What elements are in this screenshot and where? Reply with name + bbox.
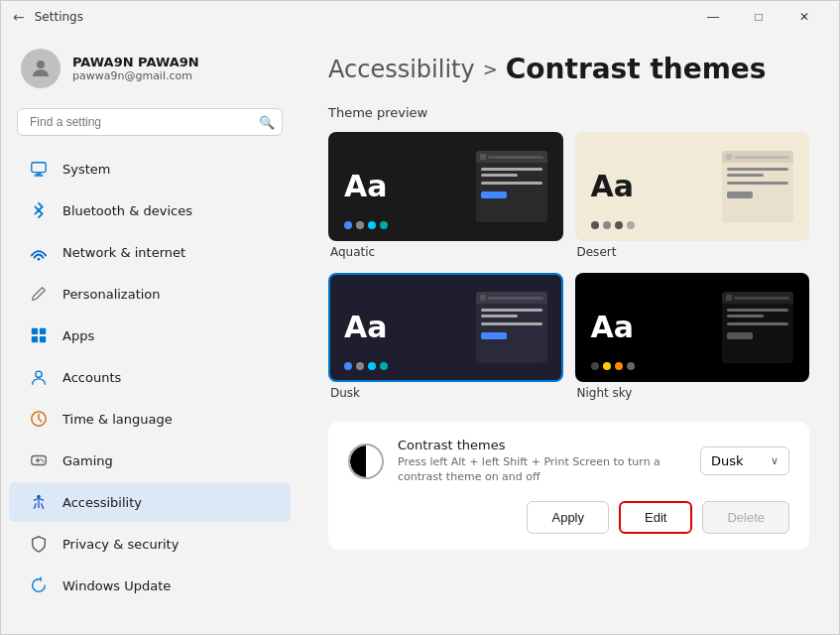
sidebar-item-time[interactable]: Time & language <box>9 399 291 439</box>
gaming-icon <box>29 450 49 470</box>
sidebar-item-label-system: System <box>62 162 110 177</box>
svg-rect-6 <box>40 328 46 334</box>
chevron-down-icon: ∨ <box>771 454 779 467</box>
search-input[interactable] <box>17 108 283 136</box>
theme-night-sky-label: Night sky <box>575 382 810 402</box>
svg-rect-8 <box>40 336 46 342</box>
search-icon: 🔍 <box>259 115 275 130</box>
svg-rect-3 <box>35 175 44 176</box>
system-icon <box>29 159 49 179</box>
theme-aquatic-mock <box>476 151 547 222</box>
sidebar-item-privacy[interactable]: Privacy & security <box>9 524 291 564</box>
breadcrumb-current: Contrast themes <box>506 53 767 85</box>
content-area: PAWA9N PAWA9N pawwa9n@gmail.com 🔍 System <box>1 33 839 634</box>
contrast-title: Contrast themes <box>398 438 686 452</box>
svg-point-12 <box>41 458 43 460</box>
delete-button[interactable]: Delete <box>702 501 789 534</box>
sidebar-item-label-network: Network & internet <box>62 245 185 260</box>
sidebar-item-apps[interactable]: Apps <box>9 316 291 355</box>
sidebar-item-bluetooth[interactable]: Bluetooth & devices <box>9 190 291 230</box>
privacy-icon <box>29 534 49 554</box>
close-button[interactable]: ✕ <box>781 1 827 33</box>
dropdown-value: Dusk <box>711 453 744 468</box>
theme-card-night-sky[interactable]: Aa <box>575 273 810 402</box>
theme-aquatic-aa: Aa <box>344 172 387 201</box>
accessibility-icon <box>29 492 49 512</box>
sidebar-item-personalization[interactable]: Personalization <box>9 274 291 314</box>
theme-preview-label: Theme preview <box>328 105 809 120</box>
sidebar-item-label-accessibility: Accessibility <box>62 495 142 510</box>
theme-desert-aa: Aa <box>591 172 634 201</box>
theme-card-aquatic[interactable]: Aa <box>328 132 563 261</box>
breadcrumb-arrow: > <box>483 59 498 79</box>
personalization-icon <box>29 284 49 304</box>
theme-night-sky-aa: Aa <box>591 313 634 342</box>
sidebar-item-label-time: Time & language <box>62 412 173 427</box>
title-bar: ← Settings — □ ✕ <box>1 1 839 33</box>
theme-card-dusk[interactable]: Aa <box>328 273 563 402</box>
sidebar: PAWA9N PAWA9N pawwa9n@gmail.com 🔍 System <box>1 33 299 634</box>
bluetooth-icon <box>29 200 49 220</box>
contrast-text: Contrast themes Press left Alt + left Sh… <box>398 438 686 485</box>
action-buttons: Apply Edit Delete <box>348 501 789 534</box>
breadcrumb-parent[interactable]: Accessibility <box>328 56 475 83</box>
avatar <box>21 49 60 88</box>
sidebar-item-system[interactable]: System <box>9 149 291 189</box>
theme-dusk-label: Dusk <box>328 382 563 402</box>
search-box: 🔍 <box>17 108 283 136</box>
edit-button[interactable]: Edit <box>619 501 692 534</box>
sidebar-item-label-accounts: Accounts <box>62 370 121 385</box>
sidebar-item-label-privacy: Privacy & security <box>62 537 179 552</box>
svg-rect-1 <box>32 163 46 173</box>
breadcrumb: Accessibility > Contrast themes <box>328 53 809 85</box>
user-email: pawwa9n@gmail.com <box>72 69 199 82</box>
network-icon <box>29 242 49 262</box>
sidebar-item-gaming[interactable]: Gaming <box>9 441 291 480</box>
svg-rect-2 <box>36 174 41 176</box>
theme-aquatic-label: Aquatic <box>328 241 563 261</box>
theme-desert-label: Desert <box>575 241 810 261</box>
theme-night-sky-mock <box>722 292 793 363</box>
svg-rect-5 <box>32 328 38 334</box>
user-info: PAWA9N PAWA9N pawwa9n@gmail.com <box>72 55 199 82</box>
sidebar-item-accounts[interactable]: Accounts <box>9 357 291 397</box>
sidebar-item-label-apps: Apps <box>62 328 94 343</box>
sidebar-item-label-personalization: Personalization <box>62 287 161 302</box>
apply-button[interactable]: Apply <box>527 501 609 534</box>
svg-point-9 <box>36 371 42 377</box>
back-icon[interactable]: ← <box>13 9 25 25</box>
svg-rect-7 <box>32 336 38 342</box>
window-title: Settings <box>35 10 83 24</box>
contrast-row: Contrast themes Press left Alt + left Sh… <box>348 438 789 485</box>
svg-point-4 <box>38 258 41 261</box>
contrast-icon <box>348 444 384 479</box>
bottom-panel: Contrast themes Press left Alt + left Sh… <box>328 422 809 550</box>
svg-point-0 <box>37 61 45 68</box>
sidebar-item-accessibility[interactable]: Accessibility <box>9 482 291 522</box>
sidebar-item-network[interactable]: Network & internet <box>9 232 291 272</box>
theme-dusk-mock <box>476 292 547 363</box>
apps-icon <box>29 325 49 345</box>
sidebar-item-windows-update[interactable]: Windows Update <box>9 566 291 605</box>
time-icon <box>29 409 49 429</box>
windows-update-icon <box>29 575 49 595</box>
user-profile[interactable]: PAWA9N PAWA9N pawwa9n@gmail.com <box>1 33 299 104</box>
sidebar-item-label-bluetooth: Bluetooth & devices <box>62 203 192 218</box>
sidebar-item-label-gaming: Gaming <box>62 453 113 468</box>
maximize-button[interactable]: □ <box>736 1 781 33</box>
title-bar-controls: — □ ✕ <box>690 1 827 33</box>
theme-card-desert[interactable]: Aa <box>575 132 810 261</box>
sidebar-item-label-windows-update: Windows Update <box>62 578 171 593</box>
theme-desert-mock <box>722 151 793 222</box>
settings-window: ← Settings — □ ✕ PAWA9N PAWA9N pawwa9n@g… <box>0 0 840 635</box>
title-bar-left: ← Settings <box>13 9 83 25</box>
accounts-icon <box>29 367 49 387</box>
main-content: Accessibility > Contrast themes Theme pr… <box>299 33 839 634</box>
user-name: PAWA9N PAWA9N <box>72 55 199 69</box>
theme-dusk-aa: Aa <box>344 313 387 342</box>
contrast-desc: Press left Alt + left Shift + Print Scre… <box>398 454 686 485</box>
minimize-button[interactable]: — <box>690 1 736 33</box>
contrast-dropdown[interactable]: Dusk ∨ <box>700 446 789 475</box>
svg-point-13 <box>43 460 45 462</box>
themes-grid: Aa <box>328 132 809 402</box>
